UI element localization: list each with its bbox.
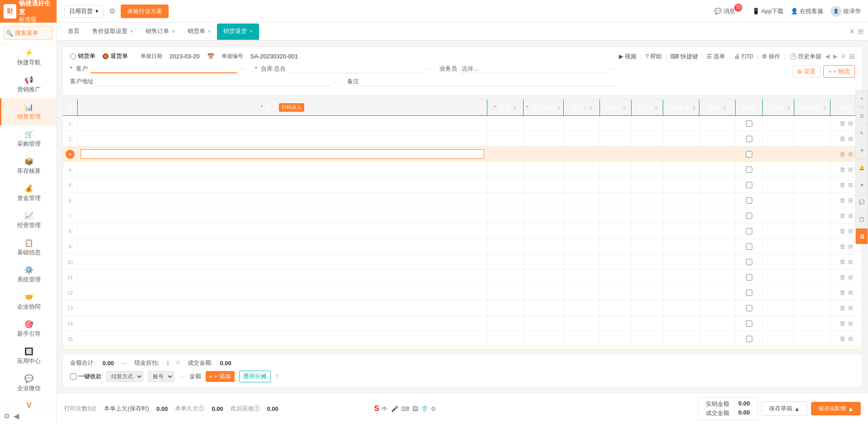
tab-menu-icon[interactable]: ⊞ — [858, 27, 863, 36]
th-settings[interactable]: ⚙ — [63, 100, 78, 116]
sidebar-item-fund-mgmt[interactable]: 💰 资金管理 — [0, 180, 57, 207]
tab-sales-order-close[interactable]: × — [172, 29, 175, 34]
user-profile-btn[interactable]: 👤 徐泽华 — [830, 6, 861, 17]
right-btn-6[interactable]: ★ — [855, 176, 868, 193]
tab-sales-return-close[interactable]: × — [250, 29, 252, 34]
row-unit2-1[interactable] — [632, 116, 663, 131]
copy-icon[interactable]: ⊞ — [848, 258, 853, 265]
sidebar-item-app-center[interactable]: 🔲 应用中心 — [0, 343, 57, 370]
row-cost-2[interactable] — [794, 131, 830, 147]
row-amount-3[interactable] — [699, 147, 736, 162]
unit2-sort-icon[interactable]: ⇅ — [655, 106, 658, 110]
row-price-2[interactable] — [564, 131, 600, 147]
sidebar-item-member[interactable]: V 畅会员 — [0, 397, 57, 408]
unit-sort-icon[interactable]: ⇅ — [557, 106, 561, 110]
one-click-pay-checkbox[interactable] — [70, 373, 76, 380]
operation-btn[interactable]: ⚙ 操作 — [762, 52, 780, 61]
row-unit2-3[interactable] — [632, 147, 663, 162]
sidebar-item-quick-nav[interactable]: ⚡ 快捷导航 — [0, 44, 57, 71]
row-qty2-2[interactable] — [600, 131, 632, 147]
row-pkg-1[interactable] — [663, 116, 699, 131]
delete-row-1-icon[interactable]: 🗑 — [840, 120, 845, 127]
copy-icon[interactable]: ⊞ — [848, 305, 853, 311]
row-qty-2[interactable] — [487, 131, 523, 147]
row-gift-1[interactable] — [736, 116, 763, 131]
copy-icon[interactable]: ⊞ — [848, 320, 853, 327]
shortcut-btn[interactable]: ⌨ 快捷键 — [670, 52, 698, 61]
amount-sort-icon[interactable]: ⇅ — [723, 106, 726, 110]
tab-price-extract-close[interactable]: × — [130, 29, 133, 34]
copy-icon[interactable]: ⊞ — [848, 212, 853, 219]
copy-icon[interactable]: ⊞ — [848, 181, 853, 188]
copy-icon[interactable]: ⊞ — [848, 335, 853, 342]
tab-sales-delivery[interactable]: 销货单 × — [181, 24, 217, 40]
qty2-sort-icon[interactable]: ⇅ — [623, 106, 626, 110]
topbar-settings-icon[interactable]: ⚙ — [109, 7, 115, 15]
view-grid-icon[interactable]: ⊞ — [849, 52, 855, 61]
settings-btn[interactable]: ⚙ 设置 — [792, 65, 821, 78]
view-list-icon[interactable]: ≡ — [841, 52, 845, 61]
row-avail-2[interactable] — [763, 131, 794, 147]
account-ellipsis-btn[interactable]: ··· — [179, 373, 185, 380]
sidebar-item-wechat-biz[interactable]: 💬 企业微信 — [0, 370, 57, 397]
delete-icon[interactable]: 🗑 — [840, 181, 845, 188]
info-icon[interactable]: ℹ — [167, 360, 169, 367]
copy-icon[interactable]: ⊞ — [848, 243, 853, 250]
row-pkg-3[interactable] — [663, 147, 699, 162]
pkg-sort-icon[interactable]: ⇅ — [693, 106, 696, 110]
sidebar-item-basic-info[interactable]: 📋 基础信息 — [0, 234, 57, 261]
add-logistics-btn[interactable]: + + 物流 — [823, 65, 855, 78]
staff-input[interactable] — [460, 64, 606, 73]
fee-split-btn[interactable]: 费用分摊 — [239, 371, 271, 382]
ime-btn4[interactable]: 👕 — [421, 405, 428, 412]
avail-sort-icon[interactable]: ⇅ — [787, 106, 790, 110]
row-avail-3[interactable] — [763, 147, 794, 162]
delete-icon[interactable]: 🗑 — [840, 197, 845, 204]
sidebar-item-sales-promo[interactable]: 📢 营销推广 — [0, 71, 57, 98]
tab-sales-delivery-close[interactable]: × — [208, 29, 211, 34]
right-btn-4[interactable]: 👁 — [855, 142, 868, 158]
one-click-pay-check[interactable]: 一键收款 — [70, 372, 102, 381]
copy-icon[interactable]: ⊞ — [848, 274, 853, 281]
copy-icon[interactable]: ⊞ — [848, 197, 853, 204]
ime-btn1[interactable]: 🎤 — [391, 405, 398, 412]
row-gift-3[interactable] — [736, 147, 763, 162]
row-qty2-1[interactable] — [600, 116, 632, 131]
select-btn[interactable]: ☰ 选单 — [707, 52, 725, 61]
row-gift-2[interactable] — [736, 131, 763, 147]
fee-info-icon[interactable]: ? — [275, 373, 278, 380]
scan-btn[interactable]: 扫码录入 — [279, 103, 304, 112]
tab-close-all-icon[interactable]: ✕ — [849, 27, 855, 36]
cost-info-icon[interactable]: ℹ — [824, 104, 826, 111]
sidebar-item-purchase-mgmt[interactable]: 🛒 采购管理 — [0, 125, 57, 152]
account-select[interactable]: 账号 — [148, 371, 174, 382]
address-select-btn[interactable]: ··· — [332, 78, 338, 85]
customer-select-btn[interactable]: ··· — [240, 65, 246, 72]
delete-row-3-icon[interactable]: 🗑 — [840, 151, 845, 157]
row-unit-3[interactable] — [523, 147, 563, 162]
copy-row-1-icon[interactable]: ⊞ — [848, 120, 853, 127]
search-menu-button[interactable]: 🔍 搜索菜单 — [4, 26, 53, 40]
delete-icon[interactable]: 🗑 — [840, 228, 845, 234]
column-settings-icon[interactable]: ⚙ — [67, 104, 73, 111]
row-cost-1[interactable] — [794, 116, 830, 131]
staff-select-btn[interactable]: ··· — [609, 65, 615, 72]
copy-icon[interactable]: ⊞ — [848, 166, 853, 173]
row-unit2-2[interactable] — [632, 131, 663, 147]
delete-icon[interactable]: 🗑 — [840, 166, 845, 173]
tab-price-extract[interactable]: 售价提取设置 × — [86, 24, 139, 40]
sidebar-item-newcomer[interactable]: 🎯 新手引导 — [0, 315, 57, 343]
qty-sort-icon[interactable]: ⇅ — [513, 106, 516, 110]
row-cost-3[interactable] — [794, 147, 830, 162]
row-amount-2[interactable] — [699, 131, 736, 147]
right-btn-1[interactable]: ≡ — [855, 91, 868, 107]
ime-btn2[interactable]: ⌨ — [401, 405, 410, 412]
delete-icon[interactable]: 🗑 — [840, 274, 845, 281]
right-btn-3[interactable]: ✎ — [855, 125, 868, 141]
add-payment-btn[interactable]: + + 添加 — [206, 371, 235, 382]
ime-btn3[interactable]: 🖼 — [412, 405, 418, 412]
calc-method-select[interactable]: 结算方式 — [106, 371, 143, 382]
calendar-icon[interactable]: 📅 — [207, 53, 214, 60]
video-btn[interactable]: ▶ 视频 — [619, 52, 637, 61]
industry-dropdown[interactable]: 日用百货 ▾ — [64, 5, 104, 18]
